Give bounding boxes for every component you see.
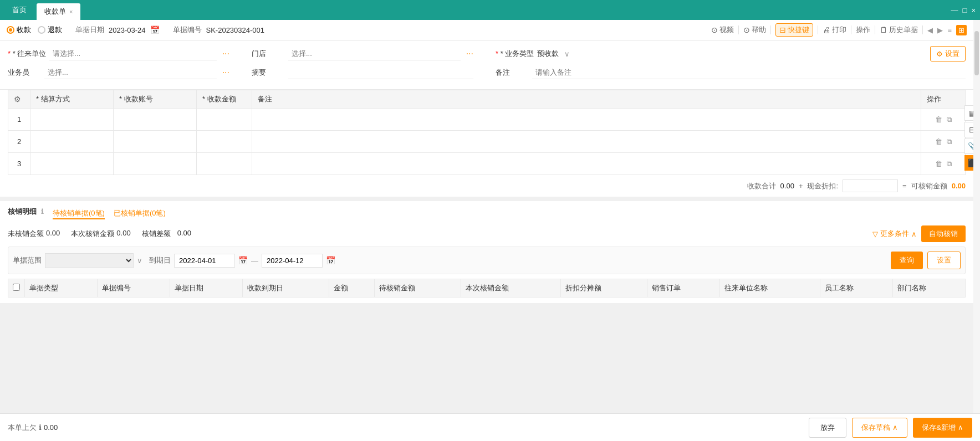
- th-action-label: 操作: [927, 95, 941, 103]
- row-3-account[interactable]: [114, 153, 197, 175]
- scrollbar-thumb[interactable]: [974, 31, 979, 75]
- th-account: * 收款账号: [114, 90, 197, 109]
- row-2-delete-icon[interactable]: 🗑: [935, 137, 942, 146]
- shortcut-btn[interactable]: ⊟ 快捷键: [775, 23, 813, 37]
- date-to-input[interactable]: [262, 254, 323, 268]
- print-label: 打印: [832, 25, 846, 35]
- th-action: 操作: [921, 90, 966, 109]
- query-btn[interactable]: 查询: [891, 252, 923, 269]
- tab-bar-left: 首页 收款单 ×: [4, 0, 80, 20]
- row-2-amount[interactable]: [197, 131, 252, 153]
- abandon-btn[interactable]: 放弃: [809, 418, 846, 438]
- table-row: 1 🗑 ⧉: [8, 109, 966, 131]
- business-type-dropdown-icon[interactable]: ∨: [564, 50, 570, 58]
- row-3-seq: 3: [8, 153, 30, 175]
- nav-next-icon[interactable]: ▶: [937, 26, 943, 34]
- row-3-delete-icon[interactable]: 🗑: [935, 160, 942, 168]
- window-close[interactable]: ×: [971, 6, 976, 14]
- remark-input[interactable]: [532, 66, 966, 79]
- tab-pending[interactable]: 待核销单据(0笔): [53, 208, 105, 219]
- select-all-checkbox[interactable]: [13, 284, 20, 291]
- radio-shou-label: 收款: [17, 25, 31, 35]
- settings-button[interactable]: ⚙ 设置: [930, 46, 966, 61]
- ops-btn[interactable]: 操作: [856, 25, 870, 35]
- range-select[interactable]: [45, 253, 134, 268]
- payment-type-group: 收款 退款: [7, 25, 62, 35]
- cal-to-icon[interactable]: 📅: [326, 256, 335, 265]
- carry-label: 本单上欠: [8, 423, 37, 433]
- divider-1: [738, 25, 739, 34]
- history-icon: 🗒: [880, 25, 887, 34]
- layout-list-icon[interactable]: ≡: [947, 26, 952, 34]
- writeoff-tabs: 待核销单据(0笔) 已核销单据(0笔): [53, 208, 166, 219]
- row-1-actions: 🗑 ⧉: [927, 115, 959, 124]
- draft-btn[interactable]: 保存草稿 ∧: [852, 418, 907, 438]
- this-time-val: 0.00: [116, 229, 130, 239]
- info-carry-icon: ℹ: [39, 423, 42, 432]
- remark-field: 备注: [496, 66, 966, 79]
- tab-bar-right: — □ ×: [951, 6, 976, 14]
- tab-done[interactable]: 已核销单据(0笔): [114, 208, 166, 219]
- radio-shou-dot: [7, 26, 14, 34]
- row-2-copy-icon[interactable]: ⧉: [947, 137, 952, 146]
- salesperson-more-icon[interactable]: ···: [222, 68, 229, 78]
- more-filter-btn[interactable]: ▽ 更多条件 ∧: [872, 229, 917, 239]
- row-1-copy-icon[interactable]: ⧉: [947, 115, 952, 124]
- discount-input[interactable]: [843, 180, 898, 192]
- th-due-date: 收款到期日: [243, 279, 329, 298]
- row-3-amount[interactable]: [197, 153, 252, 175]
- help-btn[interactable]: ⊙ 帮助: [743, 25, 766, 35]
- cal-from-icon[interactable]: 📅: [238, 256, 248, 265]
- this-time-label: 本次核销金额: [71, 229, 114, 239]
- range-label: 单据范围: [13, 255, 42, 265]
- date-from-input[interactable]: [174, 254, 235, 268]
- store-field: 门店 ···: [252, 47, 473, 60]
- tab-home[interactable]: 首页: [4, 0, 34, 20]
- video-btn[interactable]: ⊙ 视频: [711, 25, 734, 35]
- row-1-amount[interactable]: [197, 109, 252, 131]
- tab-current[interactable]: 收款单 ×: [37, 3, 80, 20]
- layout-grid-icon[interactable]: ⊞: [956, 25, 967, 35]
- store-input[interactable]: [288, 47, 461, 60]
- doc-date-value[interactable]: 2023-03-24: [109, 26, 146, 34]
- window-maximize[interactable]: □: [963, 6, 967, 14]
- window-minimize[interactable]: —: [951, 6, 958, 14]
- gear-th-icon[interactable]: ⚙: [14, 95, 21, 104]
- th-doc-date: 单据日期: [170, 279, 243, 298]
- auto-writeoff-btn[interactable]: 自动核销: [921, 225, 966, 242]
- calendar-icon[interactable]: 📅: [150, 25, 160, 34]
- row-1-account[interactable]: [114, 109, 197, 131]
- row-1-remark[interactable]: [252, 109, 921, 131]
- writeoff-section: 核销明细 ℹ 待核销单据(0笔) 已核销单据(0笔) 未核销金额 0.00 本次…: [0, 201, 973, 303]
- th-gear[interactable]: ⚙: [8, 90, 30, 109]
- row-3-settle[interactable]: [30, 153, 114, 175]
- summary-label: 摘要: [252, 68, 285, 78]
- scrollbar[interactable]: [973, 20, 980, 441]
- tab-close-icon[interactable]: ×: [69, 3, 73, 20]
- filter-settings-btn[interactable]: 设置: [927, 252, 961, 269]
- radio-tui[interactable]: 退款: [38, 25, 62, 35]
- row-3-remark[interactable]: [252, 153, 921, 175]
- doc-number-value[interactable]: SK-20230324-001: [206, 26, 265, 34]
- salesperson-input[interactable]: [44, 66, 217, 79]
- nav-prev-icon[interactable]: ◀: [927, 26, 933, 34]
- video-label: 视频: [719, 25, 734, 35]
- row-2-remark[interactable]: [252, 131, 921, 153]
- row-1-seq: 1: [8, 109, 30, 131]
- row-1-settle[interactable]: [30, 109, 114, 131]
- from-unit-input[interactable]: [49, 47, 216, 60]
- row-2-account[interactable]: [114, 131, 197, 153]
- radio-shou[interactable]: 收款: [7, 25, 31, 35]
- section-info-icon[interactable]: ℹ: [41, 208, 44, 216]
- th-doc-type-label: 单据类型: [29, 284, 58, 292]
- history-btn[interactable]: 🗒 历史单据: [880, 25, 918, 35]
- row-3-copy-icon[interactable]: ⧉: [947, 160, 952, 168]
- store-more-icon[interactable]: ···: [466, 49, 473, 59]
- row-1-delete-icon[interactable]: 🗑: [935, 115, 942, 124]
- row-2-settle[interactable]: [30, 131, 114, 153]
- save-new-btn[interactable]: 保存&新增 ∧: [913, 418, 972, 438]
- from-unit-more-icon[interactable]: ···: [222, 49, 229, 59]
- print-btn[interactable]: 🖨 打印: [823, 25, 846, 35]
- summary-input[interactable]: [288, 66, 473, 79]
- bottom-table-wrapper: 单据类型 单据编号 单据日期 收款到期日 金额: [8, 279, 966, 298]
